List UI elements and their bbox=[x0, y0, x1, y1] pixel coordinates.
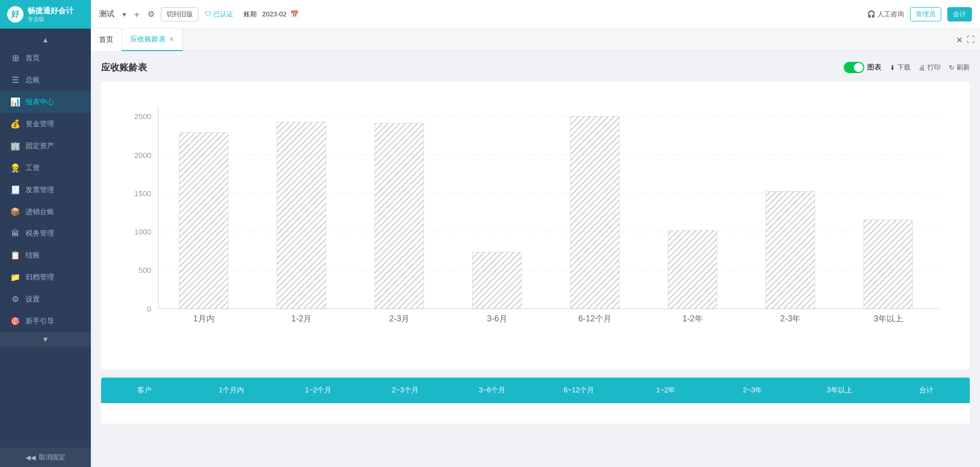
col-1-2month: 1~2个月 bbox=[275, 378, 361, 403]
guide-icon: 🎯 bbox=[10, 316, 20, 326]
sidebar-item-label: 税务管理 bbox=[26, 229, 54, 238]
bar-3-6月 bbox=[473, 252, 522, 309]
invoice-icon: 🧾 bbox=[10, 185, 20, 195]
archive-icon: 📁 bbox=[10, 272, 20, 282]
workspace-settings-btn[interactable]: ⚙ bbox=[148, 9, 155, 19]
table-body bbox=[101, 403, 970, 424]
col-6-12month: 6~12个月 bbox=[535, 378, 622, 403]
sidebar-item-payroll[interactable]: 👷 工资 bbox=[0, 157, 91, 179]
ledger-icon: ☰ bbox=[10, 75, 20, 85]
logo-icon: 好 bbox=[7, 6, 23, 22]
svg-text:1-2月: 1-2月 bbox=[291, 314, 312, 323]
svg-text:1000: 1000 bbox=[134, 227, 151, 236]
user-btn[interactable]: 管理员 bbox=[910, 7, 941, 21]
page-header: 应收账龄表 图表 ⬇ 下载 🖨 打印 ↻ 刷新 bbox=[101, 61, 970, 74]
workspace-dropdown-icon[interactable]: ▾ bbox=[122, 10, 126, 18]
svg-text:6-12个月: 6-12个月 bbox=[578, 314, 611, 323]
svg-text:1-2年: 1-2年 bbox=[682, 314, 703, 323]
svg-text:2000: 2000 bbox=[134, 151, 151, 159]
bar-2-3月 bbox=[375, 124, 424, 309]
refresh-btn[interactable]: ↻ 刷新 bbox=[949, 63, 970, 72]
sidebar-item-home[interactable]: ⊞ 首页 bbox=[0, 47, 91, 69]
sidebar-item-inventory[interactable]: 📦 进销台账 bbox=[0, 201, 91, 223]
tab-close-btn[interactable]: ✕ bbox=[956, 35, 963, 44]
tab-close-icon[interactable]: ✕ bbox=[169, 36, 174, 43]
assets-icon: 🏢 bbox=[10, 141, 20, 151]
sidebar-item-label: 固定资产 bbox=[26, 142, 54, 151]
svg-text:3-6月: 3-6月 bbox=[487, 314, 507, 323]
table-container: 客户 1个月内 1~2个月 2~3个月 3~6个月 6~12个月 1~2年 2~… bbox=[101, 378, 970, 424]
print-btn[interactable]: 🖨 打印 bbox=[919, 63, 941, 72]
bar-chart: 0 500 1000 1500 2000 2500 1月内 1-2月 bbox=[116, 92, 954, 358]
topbar: 测试 ▾ ＋ ⚙ 切到旧版 🛡 已认证 账期 2023-02 📅 🎧 人工咨询 … bbox=[91, 0, 980, 29]
sidebar-item-label: 工资 bbox=[26, 164, 40, 173]
page-actions: 图表 ⬇ 下载 🖨 打印 ↻ 刷新 bbox=[844, 62, 970, 73]
svg-text:2-3月: 2-3月 bbox=[389, 314, 409, 323]
chart-toggle[interactable] bbox=[844, 62, 864, 73]
sidebar-item-label: 进销台账 bbox=[26, 207, 54, 217]
svg-text:2-3年: 2-3年 bbox=[780, 314, 801, 323]
bar-1-2月 bbox=[277, 122, 326, 309]
sidebar-item-assets[interactable]: 🏢 固定资产 bbox=[0, 135, 91, 157]
tab-receivable-aging[interactable]: 应收账龄表 ✕ bbox=[122, 29, 183, 51]
shield-icon: 🛡 bbox=[205, 10, 211, 18]
bar-6-12月 bbox=[570, 116, 619, 309]
download-btn[interactable]: ⬇ 下载 bbox=[890, 63, 911, 72]
sidebar-item-label: 资金管理 bbox=[26, 120, 54, 129]
sidebar-item-funds[interactable]: 💰 资金管理 bbox=[0, 113, 91, 135]
workspace-title: 测试 bbox=[99, 9, 114, 19]
funds-icon: 💰 bbox=[10, 119, 20, 129]
col-2-3year: 2~3年 bbox=[709, 378, 796, 403]
unpin-icon: ◀◀ bbox=[26, 454, 36, 461]
sidebar-item-invoice[interactable]: 🧾 发票管理 bbox=[0, 179, 91, 201]
old-version-btn[interactable]: 切到旧版 bbox=[161, 7, 199, 21]
col-2-3month: 2~3个月 bbox=[362, 378, 449, 403]
download-icon: ⬇ bbox=[890, 64, 895, 72]
download-label: 下载 bbox=[897, 63, 911, 72]
consult-btn[interactable]: 🎧 人工咨询 bbox=[867, 10, 904, 19]
svg-text:3年以上: 3年以上 bbox=[873, 314, 902, 323]
sidebar-item-archive[interactable]: 📁 归档管理 bbox=[0, 266, 91, 288]
scroll-up-btn[interactable]: ▲ bbox=[0, 33, 91, 47]
col-1-2year: 1~2年 bbox=[622, 378, 709, 403]
period-value: 2023-02 bbox=[262, 10, 287, 18]
bar-3年以上 bbox=[864, 220, 913, 309]
sidebar-item-tax[interactable]: 🏛 税务管理 bbox=[0, 223, 91, 244]
toggle-knob bbox=[854, 63, 863, 72]
svg-text:1500: 1500 bbox=[134, 189, 151, 198]
app-version: 专业版 bbox=[28, 15, 74, 23]
home-icon: ⊞ bbox=[10, 53, 20, 63]
period-label: 账期 2023-02 📅 bbox=[243, 10, 299, 19]
app-name: 畅捷通好会计 bbox=[28, 6, 74, 15]
close-period-icon: 📋 bbox=[10, 250, 20, 260]
col-3year-plus: 3年以上 bbox=[796, 378, 883, 403]
sidebar-nav: ▲ ⊞ 首页 ☰ 总账 📊 报表中心 💰 资金管理 🏢 固定资产 👷 工资 🧾 … bbox=[0, 29, 91, 448]
col-customer: 客户 bbox=[101, 378, 188, 403]
col-total: 合计 bbox=[883, 378, 970, 403]
sidebar-item-guide[interactable]: 🎯 新手引导 bbox=[0, 310, 91, 332]
tab-home-label: 首页 bbox=[99, 35, 113, 44]
role-btn[interactable]: 会计 bbox=[947, 7, 972, 21]
chart-container: 0 500 1000 1500 2000 2500 1月内 1-2月 bbox=[101, 82, 970, 369]
sidebar-item-close[interactable]: 📋 结账 bbox=[0, 244, 91, 266]
refresh-label: 刷新 bbox=[957, 63, 970, 72]
scroll-down-btn[interactable]: ▼ bbox=[0, 332, 91, 346]
sidebar-item-label: 结账 bbox=[26, 251, 40, 260]
svg-text:1月内: 1月内 bbox=[193, 314, 214, 323]
consult-label: 人工咨询 bbox=[877, 10, 904, 19]
tab-home[interactable]: 首页 bbox=[91, 29, 122, 51]
cancel-fixed-btn[interactable]: ◀◀ 取消固定 bbox=[0, 448, 91, 467]
bar-1月内 bbox=[179, 132, 228, 309]
sidebar-item-reports[interactable]: 📊 报表中心 bbox=[0, 91, 91, 113]
sidebar-item-label: 新手引导 bbox=[26, 317, 54, 326]
col-3-6month: 3~6个月 bbox=[449, 378, 535, 403]
tab-expand-btn[interactable]: ⛶ bbox=[967, 35, 975, 44]
sidebar: 好 畅捷通好会计 专业版 ▲ ⊞ 首页 ☰ 总账 📊 报表中心 💰 资金管理 🏢… bbox=[0, 0, 91, 467]
page-title: 应收账龄表 bbox=[101, 61, 147, 74]
sidebar-item-ledger[interactable]: ☰ 总账 bbox=[0, 69, 91, 91]
add-workspace-btn[interactable]: ＋ bbox=[132, 8, 141, 20]
sidebar-item-label: 总账 bbox=[26, 76, 40, 85]
bar-2-3年 bbox=[766, 191, 815, 309]
main-area: 测试 ▾ ＋ ⚙ 切到旧版 🛡 已认证 账期 2023-02 📅 🎧 人工咨询 … bbox=[91, 0, 980, 467]
sidebar-item-settings[interactable]: ⚙ 设置 bbox=[0, 288, 91, 310]
